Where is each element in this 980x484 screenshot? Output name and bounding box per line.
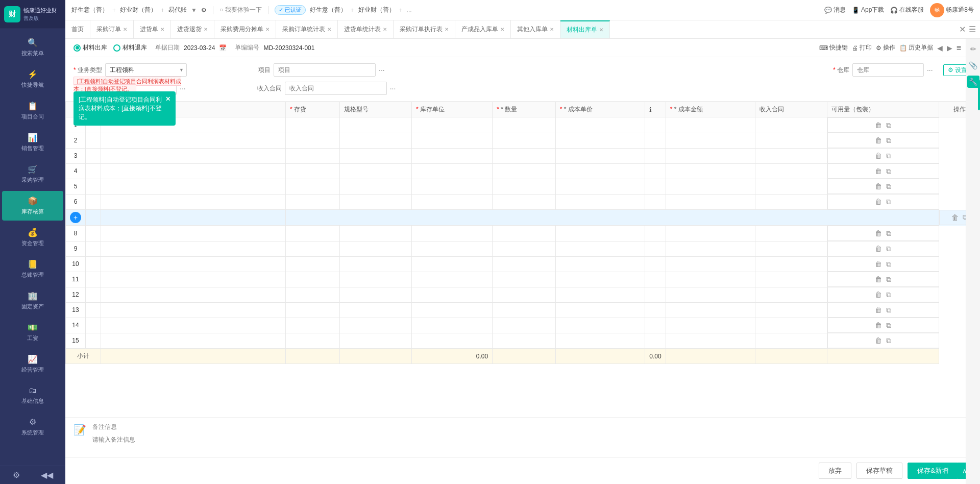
shortcut-button[interactable]: ⌨ 快捷键	[819, 43, 848, 52]
income-contract-more-button[interactable]: ···	[390, 84, 396, 92]
tooltip-close-button[interactable]: ✕	[165, 95, 170, 103]
cell-project[interactable]	[86, 241, 101, 256]
right-panel-attach-button[interactable]: 📎	[967, 59, 979, 71]
cell-qty[interactable]	[411, 117, 492, 133]
new-row-spec-input-cell[interactable]	[101, 210, 286, 226]
radio-material-out[interactable]: 材料出库	[74, 43, 107, 52]
income-contract-input[interactable]	[285, 82, 387, 95]
cell-item[interactable]	[101, 163, 286, 179]
prev-doc-button[interactable]: ◀	[937, 44, 943, 52]
copy-row-button[interactable]: ⧉	[885, 181, 892, 192]
cell-cost[interactable]	[493, 272, 556, 287]
tab-close-goods-stat[interactable]: ✕	[383, 27, 387, 32]
app-download-button[interactable]: 📱 App下载	[852, 6, 884, 14]
add-row-button[interactable]: +	[70, 212, 81, 223]
cell-project[interactable]	[86, 148, 101, 163]
cell-cost-amount[interactable]	[645, 148, 666, 163]
collapse-sidebar-button[interactable]: ◀◀	[41, 470, 53, 480]
cell-project[interactable]	[86, 333, 101, 349]
cell-cost-amount[interactable]	[645, 194, 666, 210]
biz-type-input[interactable]	[105, 63, 187, 77]
nav-expand-button[interactable]: ▼	[191, 7, 197, 14]
cell-spec[interactable]	[285, 117, 339, 133]
cell-unit[interactable]	[340, 241, 412, 256]
calendar-icon[interactable]: 📅	[219, 44, 227, 52]
cell-qty[interactable]	[411, 194, 492, 210]
delete-row-button[interactable]: 🗑	[874, 166, 883, 176]
delete-row-button[interactable]: 🗑	[874, 197, 883, 207]
cell-unit[interactable]	[340, 256, 412, 272]
tab-finished-goods[interactable]: 产成品入库单 ✕	[455, 20, 511, 39]
copy-row-button[interactable]: ⧉	[885, 151, 892, 161]
cell-cost[interactable]	[493, 133, 556, 148]
cell-cost[interactable]	[493, 241, 556, 256]
delete-row-button[interactable]: 🗑	[874, 228, 883, 238]
tab-close-purchase-order[interactable]: ✕	[123, 27, 127, 32]
cell-spec[interactable]	[285, 179, 339, 194]
cell-income-contract[interactable]	[666, 241, 755, 256]
cell-available[interactable]	[755, 194, 827, 210]
save-draft-button[interactable]: 保存草稿	[856, 463, 902, 479]
cell-cost-amount[interactable]	[645, 117, 666, 133]
online-service-button[interactable]: 🎧 在线客服	[890, 6, 924, 14]
cell-item[interactable]	[101, 226, 286, 241]
message-button[interactable]: 💬 消息	[824, 6, 846, 14]
cell-spec[interactable]	[285, 318, 339, 333]
cell-available[interactable]	[755, 179, 827, 194]
copy-row-button[interactable]: ⧉	[885, 166, 892, 177]
cell-cost[interactable]	[493, 302, 556, 318]
cell-available[interactable]	[755, 133, 827, 148]
sidebar-item-salary[interactable]: 💵 工资	[2, 318, 63, 347]
copy-row-button[interactable]: ⧉	[885, 228, 892, 239]
cell-unit[interactable]	[340, 302, 412, 318]
cell-cost-amount[interactable]	[645, 226, 666, 241]
cell-available[interactable]	[755, 302, 827, 318]
warehouse-input[interactable]	[852, 63, 924, 77]
cell-qty[interactable]	[411, 287, 492, 302]
cell-unit[interactable]	[340, 163, 412, 179]
cell-spec[interactable]	[285, 194, 339, 210]
copy-row-button[interactable]: ⧉	[885, 335, 892, 346]
delete-row-button[interactable]: 🗑	[874, 135, 883, 146]
cell-qty[interactable]	[411, 256, 492, 272]
tab-other-in[interactable]: 其他入库单 ✕	[511, 20, 560, 39]
cell-cost[interactable]	[493, 318, 556, 333]
tab-home[interactable]: 首页	[65, 20, 90, 39]
delete-row-button[interactable]: 🗑	[874, 274, 883, 284]
sidebar-item-search[interactable]: 🔍 搜索菜单	[2, 33, 63, 62]
new-row-item-input-cell[interactable]	[86, 210, 101, 226]
cell-project[interactable]	[86, 272, 101, 287]
tab-close-purchase-expense[interactable]: ✕	[265, 27, 270, 32]
tab-goods-return[interactable]: 进货退货 ✕	[171, 20, 214, 39]
cell-available[interactable]	[755, 117, 827, 133]
settings-footer-button[interactable]: ⚙	[13, 470, 20, 480]
tab-material-out[interactable]: 材料出库单 ✕	[560, 20, 610, 39]
copy-row-button[interactable]: ⧉	[885, 135, 892, 146]
cell-item[interactable]	[101, 241, 286, 256]
cell-spec[interactable]	[285, 333, 339, 349]
cell-unit[interactable]	[340, 133, 412, 148]
tab-close-goods-return[interactable]: ✕	[204, 27, 208, 32]
sidebar-item-operation[interactable]: 📈 经营管理	[2, 349, 63, 379]
cell-spec[interactable]	[285, 133, 339, 148]
operate-button[interactable]: ⚙ 操作	[876, 43, 895, 52]
cell-income-contract[interactable]	[666, 287, 755, 302]
cell-item[interactable]	[101, 318, 286, 333]
new-row-item-input[interactable]	[90, 214, 96, 221]
project-more-button[interactable]: ···	[379, 66, 385, 74]
nav-hyc[interactable]: 好业财（普）	[120, 6, 157, 14]
delete-row-button[interactable]: 🗑	[874, 289, 883, 300]
tab-close-purchase-stat[interactable]: ✕	[327, 27, 331, 32]
cell-project[interactable]	[86, 318, 101, 333]
cell-available[interactable]	[755, 333, 827, 349]
copy-row-button[interactable]: ⧉	[885, 289, 892, 300]
cell-item[interactable]	[101, 194, 286, 210]
tabs-menu-button[interactable]: ☰	[969, 25, 976, 34]
cell-spec[interactable]	[285, 287, 339, 302]
cell-cost-amount[interactable]	[645, 241, 666, 256]
sidebar-item-nav[interactable]: ⚡ 快捷导航	[2, 64, 63, 94]
cell-project[interactable]	[86, 302, 101, 318]
cell-project[interactable]	[86, 163, 101, 179]
cell-income-contract[interactable]	[666, 256, 755, 272]
cell-item[interactable]	[101, 148, 286, 163]
